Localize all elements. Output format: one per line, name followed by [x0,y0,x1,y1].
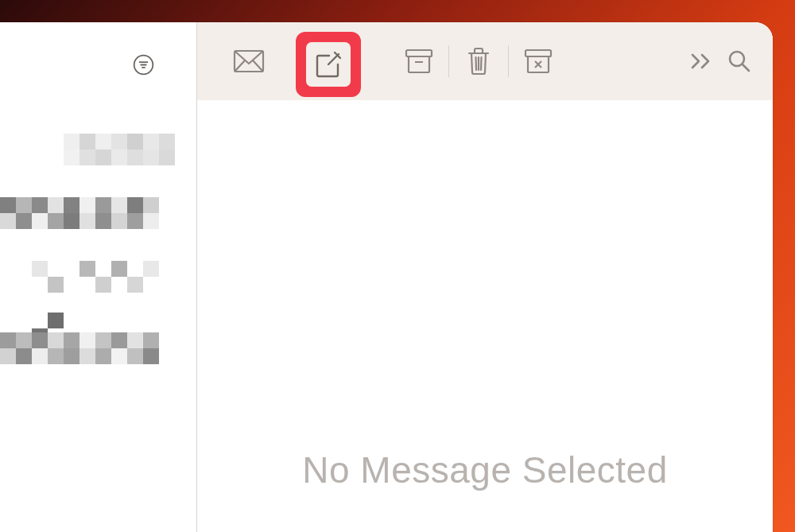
svg-line-9 [481,57,482,70]
get-mail-button[interactable] [221,37,277,86]
chevron-double-right-icon [689,52,713,70]
toolbar-separator [508,45,509,77]
toolbar-separator [448,45,449,77]
trash-icon [466,47,491,76]
search-icon [727,49,751,73]
compose-button[interactable] [294,37,350,86]
toolbar [197,22,773,100]
filter-icon [133,54,154,76]
archive-icon [405,49,433,74]
message-list[interactable] [0,126,196,532]
delete-button[interactable] [451,37,506,86]
junk-icon [524,49,553,74]
message-pane: No Message Selected [197,22,773,532]
svg-line-7 [476,57,477,70]
search-button[interactable] [720,37,758,86]
svg-line-14 [743,64,749,71]
desktop-background: No Message Selected [0,0,795,532]
message-list-pane [0,22,197,532]
message-list-header [0,22,196,100]
envelope-icon [233,49,265,73]
filter-button[interactable] [131,52,155,76]
svg-rect-10 [525,50,551,56]
junk-button[interactable] [510,37,566,86]
svg-rect-5 [406,50,432,56]
archive-button[interactable] [391,37,447,86]
empty-state-text: No Message Selected [197,449,773,491]
list-item[interactable] [0,332,159,364]
mail-window: No Message Selected [0,22,773,532]
list-item[interactable] [0,261,159,293]
list-item[interactable] [64,134,175,165]
list-item[interactable] [0,197,159,229]
message-content-area: No Message Selected [197,100,773,532]
more-button[interactable] [682,37,720,86]
